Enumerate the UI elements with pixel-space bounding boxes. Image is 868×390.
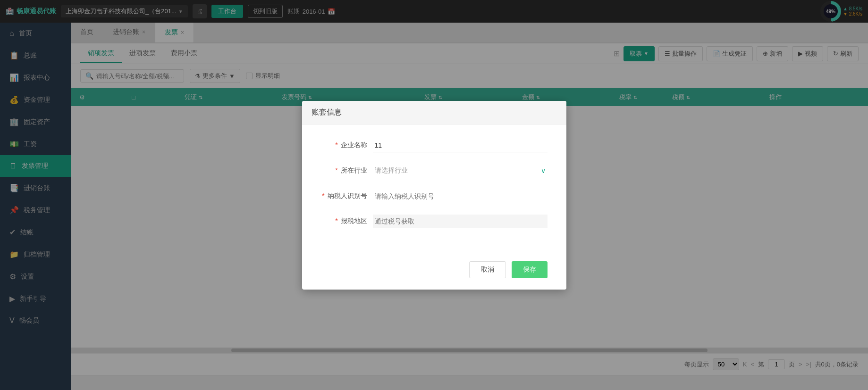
company-name-input[interactable] <box>373 139 548 152</box>
save-button[interactable]: 保存 <box>512 261 548 278</box>
dialog-footer: 取消 保存 <box>302 254 566 290</box>
dialog-body: * 企业名称 * 所在行业 请选择行业 ∨ * <box>302 124 566 254</box>
required-star-2: * <box>335 166 337 174</box>
required-star-1: * <box>335 141 337 149</box>
form-row-tax-id: * 纳税人识别号 <box>321 190 548 203</box>
required-star-3: * <box>322 192 324 199</box>
form-row-industry: * 所在行业 请选择行业 ∨ <box>321 164 548 178</box>
industry-select[interactable]: 请选择行业 ∨ <box>373 164 548 178</box>
required-star-4: * <box>335 217 337 224</box>
form-row-tax-region: * 报税地区 <box>321 215 548 228</box>
form-row-company-name: * 企业名称 <box>321 139 548 152</box>
industry-label: * 所在行业 <box>321 166 373 175</box>
tax-region-label: * 报税地区 <box>321 217 373 225</box>
tax-id-label: * 纳税人识别号 <box>321 192 373 200</box>
dialog: 账套信息 * 企业名称 * 所在行业 请选择行业 ∨ <box>302 101 566 290</box>
dialog-title: 账套信息 <box>302 101 566 124</box>
cancel-button[interactable]: 取消 <box>469 261 506 278</box>
company-name-label: * 企业名称 <box>321 141 373 149</box>
tax-region-input <box>373 215 548 228</box>
industry-chevron-icon: ∨ <box>541 167 546 174</box>
dialog-overlay: 账套信息 * 企业名称 * 所在行业 请选择行业 ∨ <box>0 0 868 390</box>
tax-id-input[interactable] <box>373 190 548 203</box>
industry-placeholder: 请选择行业 <box>375 166 541 175</box>
